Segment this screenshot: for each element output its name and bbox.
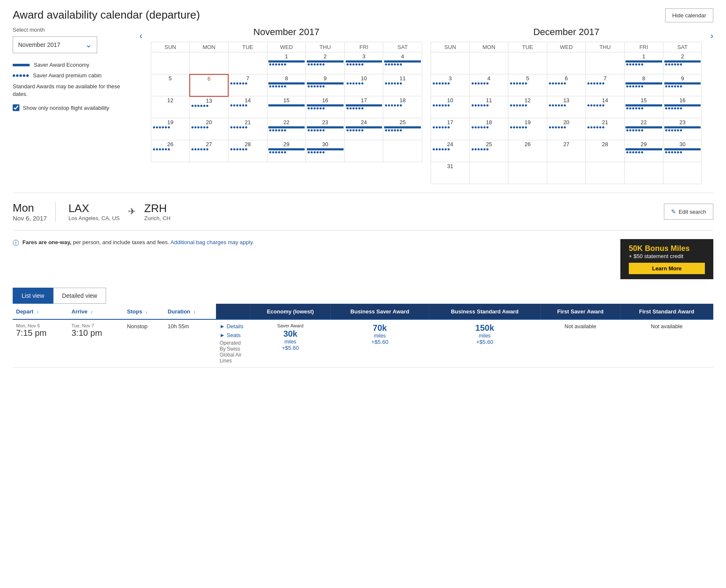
calendar-cell[interactable]: 28 (586, 140, 625, 162)
calendar-cell[interactable]: 29 (267, 140, 306, 162)
calendar-cell[interactable]: 31 (431, 162, 470, 184)
calendar-cell[interactable]: 18 (383, 96, 422, 118)
arrive-date: Tue, Nov 7 (71, 323, 120, 328)
calendar-cell[interactable]: 15 (625, 96, 663, 118)
calendar-cell[interactable]: 19 (508, 118, 547, 140)
calendar-cell[interactable]: 26 (151, 140, 190, 162)
view-tabs: List view Detailed view (13, 288, 713, 304)
calendar-cell[interactable]: 25 (469, 140, 508, 162)
calendar-cell (151, 52, 190, 74)
calendar-cell[interactable]: 16 (663, 96, 702, 118)
next-month-button[interactable]: › (710, 27, 713, 41)
details-link[interactable]: ► Details (220, 323, 247, 329)
cal-day-header: WED (547, 42, 586, 52)
calendar-cell (469, 162, 508, 184)
nonstop-label: Show only nonstop flight availability (23, 105, 109, 111)
calendar-cell[interactable]: 21 (586, 118, 625, 140)
premium-cabin-dots (432, 82, 469, 84)
duration-col-header[interactable]: Duration ↕ (164, 304, 216, 320)
calendar-cell[interactable]: 10 (431, 96, 470, 118)
calendar-cell[interactable]: 24 (344, 118, 383, 140)
calendar-cell[interactable]: 14 (586, 96, 625, 118)
bag-charges-link[interactable]: Additional bag charges may apply. (170, 239, 254, 245)
economy-miles-label: miles (254, 339, 328, 345)
calendar-cell[interactable]: 20 (190, 118, 229, 140)
calendar-cell[interactable]: 30 (663, 140, 702, 162)
calendar-cell[interactable]: 6 (190, 74, 229, 96)
calendar-cell[interactable]: 27 (547, 140, 586, 162)
calendar-cell[interactable]: 24 (431, 140, 470, 162)
calendar-cell[interactable]: 4 (383, 52, 422, 74)
calendar-cell[interactable]: 4 (469, 74, 508, 96)
nonstop-checkbox[interactable] (13, 104, 19, 111)
premium-cabin-dots (509, 103, 546, 106)
tab-list-view[interactable]: List view (13, 288, 53, 304)
calendar-cell[interactable]: 17 (344, 96, 383, 118)
cal-day-header: SAT (663, 42, 702, 52)
calendar-cell[interactable]: 8 (267, 74, 306, 96)
tab-detailed-view[interactable]: Detailed view (53, 288, 106, 304)
depart-time: 7:15 pm (16, 328, 65, 338)
arrive-col-header[interactable]: Arrive ↕ (68, 304, 123, 320)
premium-cabin-dots (432, 147, 469, 150)
calendar-cell[interactable]: 11 (469, 96, 508, 118)
calendar-cell[interactable]: 2 (663, 52, 702, 74)
business-standard-fee: +$5.60 (432, 339, 537, 345)
cal-day-header: THU (306, 42, 345, 52)
calendar-cell[interactable]: 21 (228, 118, 267, 140)
calendar-cell[interactable]: 8 (625, 74, 663, 96)
calendar-cell[interactable]: 28 (228, 140, 267, 162)
calendar-cell[interactable]: 16 (306, 96, 345, 118)
calendar-cell[interactable]: 26 (508, 140, 547, 162)
calendar-cell[interactable]: 30 (306, 140, 345, 162)
calendar-cell[interactable]: 27 (190, 140, 229, 162)
calendar-cell[interactable]: 11 (383, 74, 422, 96)
calendar-cell[interactable]: 5 (508, 74, 547, 96)
calendar-cell[interactable]: 5 (151, 74, 190, 96)
learn-more-button[interactable]: Learn More (629, 263, 705, 274)
calendar-cell[interactable]: 15 (267, 96, 306, 118)
calendar-cell[interactable]: 7 (228, 74, 267, 96)
calendar-cell[interactable]: 2 (306, 52, 345, 74)
cal-day-header: FRI (344, 42, 383, 52)
seats-link[interactable]: ► Seats (220, 332, 247, 338)
calendar-cell[interactable]: 9 (663, 74, 702, 96)
calendar-cell[interactable]: 10 (344, 74, 383, 96)
calendar-cell[interactable]: 7 (586, 74, 625, 96)
calendar-cell[interactable]: 1 (267, 52, 306, 74)
calendar-cell[interactable]: 17 (431, 118, 470, 140)
ad-banner: 50K Bonus Miles + $50 statement credit L… (620, 239, 713, 279)
calendar-cell[interactable]: 12 (508, 96, 547, 118)
calendar-cell[interactable]: 1 (625, 52, 663, 74)
duration-value: 10h 55m (168, 323, 213, 329)
hide-calendar-button[interactable]: Hide calendar (665, 8, 713, 22)
depart-col-header[interactable]: Depart ↕ (13, 304, 68, 320)
stops-col-header[interactable]: Stops ↓ (124, 304, 164, 320)
calendar-cell[interactable]: 19 (151, 118, 190, 140)
calendar-cell[interactable]: 14 (228, 96, 267, 118)
calendar-cell[interactable]: 3 (431, 74, 470, 96)
premium-cabin-dots (268, 84, 305, 87)
premium-cabin-dots (664, 150, 701, 153)
calendar-cell[interactable]: 13 (190, 96, 229, 118)
calendar-cell[interactable]: 22 (625, 118, 663, 140)
calendar-cell[interactable]: 23 (306, 118, 345, 140)
calendar-cell[interactable]: 12 (151, 96, 190, 118)
calendar-cell[interactable]: 3 (344, 52, 383, 74)
calendar-cell[interactable]: 20 (547, 118, 586, 140)
calendar-cell[interactable]: 9 (306, 74, 345, 96)
calendar-cell[interactable]: 13 (547, 96, 586, 118)
calendar-cell[interactable]: 18 (469, 118, 508, 140)
edit-search-button[interactable]: ✎ Edit search (664, 204, 713, 220)
prev-month-button[interactable]: ‹ (139, 27, 142, 41)
calendar-cell[interactable]: 6 (547, 74, 586, 96)
month-selector[interactable]: November 2017 ⌄ (13, 36, 97, 53)
premium-cabin-dots (664, 63, 701, 65)
calendar-cell[interactable]: 29 (625, 140, 663, 162)
depart-date: Mon, Nov 6 (16, 323, 65, 328)
premium-cabin-dots (625, 84, 662, 87)
actions-cell: ► Details ► Seats Operated By Swiss Glob… (216, 319, 250, 368)
calendar-cell[interactable]: 25 (383, 118, 422, 140)
calendar-cell[interactable]: 23 (663, 118, 702, 140)
calendar-cell[interactable]: 22 (267, 118, 306, 140)
